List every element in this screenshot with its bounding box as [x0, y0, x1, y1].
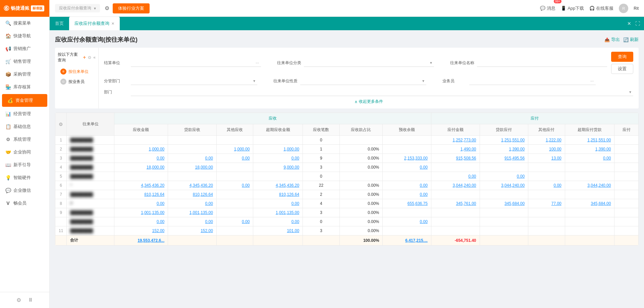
cell-ar_loan[interactable]: 152.00: [168, 226, 217, 235]
tab-home[interactable]: 首页: [50, 17, 69, 30]
cell-ap_overdue[interactable]: 1,251,551.00: [565, 136, 614, 145]
cell-ar_loan[interactable]: 18,000.00: [168, 163, 217, 172]
topbar-settings-icon[interactable]: ⚙: [105, 5, 109, 11]
cell-ar_amount[interactable]: 152.00: [114, 226, 168, 235]
sidebar-item-basic[interactable]: 📋 基础信息: [0, 120, 49, 133]
query-button[interactable]: 查询: [611, 52, 633, 62]
cell-ar_amount[interactable]: 4,345,436.20: [114, 181, 168, 190]
cell-ar_loan[interactable]: 810,126.64: [168, 190, 217, 199]
cell-ar-prepay[interactable]: 0.00: [383, 181, 431, 190]
cell-ar_amount[interactable]: 0.00: [114, 154, 168, 163]
collapse-icon[interactable]: ⏸: [28, 297, 33, 303]
cell-ap_amount[interactable]: 3,044,240.00: [431, 181, 480, 190]
cell-ap_amount[interactable]: 345,761.00: [431, 199, 480, 208]
cell-ar-prepay[interactable]: 0.00: [383, 163, 431, 172]
cell-ar_loan[interactable]: 4,345,436.20: [168, 181, 217, 190]
scheme-item-salesman[interactable]: ⊙ 按业务员: [58, 77, 96, 87]
cell-ar_other[interactable]: 1,000.00: [216, 145, 253, 154]
filter-select-partner-type[interactable]: ▾: [304, 59, 434, 67]
filter-collapse-icon[interactable]: «: [93, 55, 96, 60]
sidebar-item-finance[interactable]: 💰 资金管理: [2, 94, 47, 107]
cell-ap_other[interactable]: 100.00: [528, 145, 565, 154]
cell-ar_amount[interactable]: 1,000.00: [114, 145, 168, 154]
filter-select-dept[interactable]: ▾: [131, 77, 257, 85]
breadcrumb-dropdown[interactable]: ▾: [94, 6, 96, 11]
filter-select-salesman[interactable]: ···: [469, 77, 596, 85]
cell-ar_amount[interactable]: 0.00: [114, 217, 168, 226]
cell-ar_loan[interactable]: 0.00: [168, 217, 217, 226]
online-service-group[interactable]: 🎧 在线客服: [589, 5, 613, 11]
app-download-group[interactable]: 📱 App下载: [561, 5, 584, 11]
tabbar-close-icon[interactable]: ✕: [627, 21, 631, 26]
total-ar-amount[interactable]: 19,553,472.6...: [114, 235, 168, 246]
add-filter-icon[interactable]: +: [83, 54, 86, 60]
avatar[interactable]: R: [619, 4, 628, 13]
cell-ar_amount[interactable]: 0.00: [114, 199, 168, 208]
cell-ap_loan[interactable]: 915,495.56: [480, 154, 528, 163]
cell-ap_loan[interactable]: 345,684.00: [480, 199, 528, 208]
sidebar-item-search[interactable]: 🔍 搜索菜单: [0, 17, 49, 30]
cell-ar-prepay[interactable]: 655,636.75: [383, 199, 431, 208]
table-settings-icon[interactable]: ⚙: [59, 122, 63, 127]
cell-ap_overdue[interactable]: 0.00: [565, 154, 614, 163]
cell-ar_amount[interactable]: 18,000.00: [114, 163, 168, 172]
scheme-item-partner[interactable]: ⑥ 按往来单位: [58, 67, 96, 77]
sidebar-item-member[interactable]: V 畅会员: [0, 197, 49, 210]
cell-ap_other[interactable]: 13.00: [528, 154, 565, 163]
cell-ar-prepay[interactable]: 0.00: [383, 217, 431, 226]
cell-ar-prepay[interactable]: 0.00: [383, 190, 431, 199]
export-button[interactable]: 📤 导出: [604, 37, 620, 43]
cell-ap_loan[interactable]: 1,390.00: [480, 145, 528, 154]
filter-select-settlement[interactable]: ···: [131, 59, 261, 67]
sidebar-item-hardware[interactable]: 💡 智能硬件: [0, 171, 49, 184]
tab-close-icon[interactable]: ✕: [111, 21, 114, 26]
cell-ap_amount[interactable]: 0.00: [431, 172, 480, 181]
cell-ap_loan[interactable]: 0.00: [480, 172, 528, 181]
table-settings-header[interactable]: ⚙: [55, 113, 67, 136]
cell-ap_overdue[interactable]: 1,390.00: [565, 145, 614, 154]
cell-ap_loan[interactable]: 1,251,551.00: [480, 136, 528, 145]
cell-ar_other[interactable]: 0.00: [216, 154, 253, 163]
tab-ar-query[interactable]: 应收应付余额查询 ✕: [69, 17, 120, 30]
cell-ar_overdue[interactable]: 4,345,436.20: [253, 181, 303, 190]
sidebar-item-wechat[interactable]: 💬 企业微信: [0, 184, 49, 197]
sidebar-item-collab[interactable]: 🤝 企业协同: [0, 146, 49, 159]
cell-ap_amount[interactable]: 1,490.00: [431, 145, 480, 154]
message-group[interactable]: 💬 消息 99+: [540, 5, 555, 11]
sidebar-item-purchase[interactable]: 📦 采购管理: [0, 68, 49, 81]
cell-ar_overdue[interactable]: 101.00: [253, 226, 303, 235]
cell-ap_amount[interactable]: 1,252,773.00: [431, 136, 480, 145]
cell-ap_other[interactable]: 1,222.00: [528, 136, 565, 145]
sidebar-item-guide[interactable]: 📖 新手引导: [0, 159, 49, 171]
filter-settings-icon[interactable]: ⊙: [88, 55, 91, 60]
cell-ar_loan[interactable]: 0.00: [168, 199, 217, 208]
cell-ar_overdue[interactable]: 9,000.00: [253, 163, 303, 172]
trial-button[interactable]: 体验行业方案: [113, 3, 150, 13]
cell-ar_loan[interactable]: 0.00: [168, 154, 217, 163]
cell-ar_overdue[interactable]: 810,126.64: [253, 190, 303, 199]
cell-ap_overdue[interactable]: 3,044,240.00: [565, 181, 614, 190]
cell-ap_amount[interactable]: 915,508.56: [431, 154, 480, 163]
cell-ar_overdue[interactable]: 1,001,135.00: [253, 208, 303, 217]
sidebar-item-sales[interactable]: 🛒 销售管理: [0, 55, 49, 68]
sidebar-item-system[interactable]: ⚙ 系统管理: [0, 133, 49, 146]
refresh-button[interactable]: 🔄 刷新: [623, 37, 639, 43]
cell-ar_overdue[interactable]: 0.00: [253, 217, 303, 226]
settings-button[interactable]: 设置: [611, 64, 633, 74]
cell-ar_loan[interactable]: 1,001,135.00: [168, 208, 217, 217]
cell-ap_loan[interactable]: 3,044,240.00: [480, 181, 528, 190]
filter-collapse-btn[interactable]: ∧ 收起更多条件: [104, 99, 633, 104]
sidebar-item-management[interactable]: 📊 经营管理: [0, 107, 49, 120]
cell-ar_amount[interactable]: 1,001,135.00: [114, 208, 168, 217]
cell-ap_other[interactable]: 0.00: [528, 181, 565, 190]
tabbar-expand-icon[interactable]: ⛶: [635, 21, 640, 26]
cell-ar_other[interactable]: 0.00: [216, 217, 253, 226]
cell-ar_overdue[interactable]: 1,000.00: [253, 145, 303, 154]
cell-ar_overdue[interactable]: 0.00: [253, 154, 303, 163]
sidebar-item-marketing[interactable]: 📢 营销推广: [0, 42, 49, 55]
total-ar-prepay[interactable]: 6,417,215....: [383, 235, 431, 246]
cell-ar_other[interactable]: 0.00: [216, 181, 253, 190]
cell-ap_overdue[interactable]: 345,684.00: [565, 199, 614, 208]
filter-select-department[interactable]: ▾: [131, 88, 633, 96]
filter-input-partner-name[interactable]: [477, 59, 607, 67]
